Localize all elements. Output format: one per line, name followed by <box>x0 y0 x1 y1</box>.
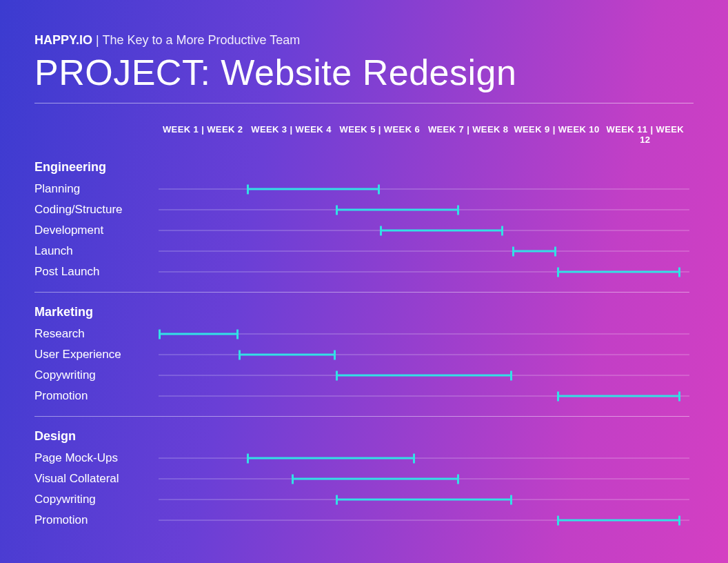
gantt-bar <box>557 271 681 273</box>
gantt-row: Planning <box>34 179 689 199</box>
gantt-baseline <box>159 189 689 190</box>
gantt-bar <box>336 375 513 377</box>
group-title: Design <box>34 429 689 444</box>
gantt-track <box>159 350 689 359</box>
header-rule <box>34 103 694 103</box>
timeline-col-1: WEEK 1 | WEEK 2 <box>159 124 247 145</box>
gantt-track <box>159 226 689 235</box>
gantt-row: Page Mock-Ups <box>34 448 689 468</box>
gantt-track <box>159 391 689 401</box>
gantt-row-label: User Experience <box>34 348 159 362</box>
timeline-header-spacer <box>34 124 159 145</box>
gantt-row-label: Page Mock-Ups <box>34 451 159 465</box>
gantt-row: Post Launch <box>34 261 689 282</box>
gantt-row: Development <box>34 220 689 241</box>
gantt-row-label: Post Launch <box>34 265 159 279</box>
gantt-row: Visual Collateral <box>34 468 689 489</box>
gantt-track <box>159 329 689 339</box>
gantt-row: Promotion <box>34 510 689 531</box>
gantt-row: Copywriting <box>34 489 689 510</box>
gantt-row-label: Copywriting <box>34 493 159 506</box>
gantt-bar <box>557 395 681 397</box>
gantt-track <box>159 371 689 380</box>
gantt-baseline <box>159 251 689 252</box>
gantt-row-label: Coding/Structure <box>34 203 159 217</box>
gantt-bar <box>380 230 504 232</box>
gantt-row: Promotion <box>34 386 689 406</box>
gantt-baseline <box>159 334 689 335</box>
timeline-col-6: WEEK 11 | WEEK 12 <box>601 124 689 145</box>
brand-name: HAPPY.IO <box>34 33 92 47</box>
gantt-bar <box>336 209 460 211</box>
gantt-track <box>159 246 689 256</box>
gantt-row-label: Planning <box>34 182 159 196</box>
group-divider <box>34 416 689 417</box>
timeline-col-3: WEEK 5 | WEEK 6 <box>336 124 424 145</box>
gantt-row: Launch <box>34 241 689 261</box>
brand-separator: | <box>96 33 102 47</box>
timeline-header: WEEK 1 | WEEK 2WEEK 3 | WEEK 4WEEK 5 | W… <box>34 124 689 145</box>
gantt-track <box>159 474 689 484</box>
gantt-row: User Experience <box>34 344 689 365</box>
gantt-bar <box>239 354 336 356</box>
gantt-bar <box>247 457 415 460</box>
group-title: Marketing <box>34 305 689 319</box>
gantt-track <box>159 453 689 463</box>
gantt-row: Copywriting <box>34 365 689 386</box>
brand-tagline: The Key to a More Productive Team <box>102 33 300 47</box>
gantt-row-label: Promotion <box>34 513 159 527</box>
gantt-row-label: Promotion <box>34 389 159 403</box>
gantt-row-label: Development <box>34 224 159 237</box>
group-divider <box>34 292 689 293</box>
gantt-bar <box>512 250 556 253</box>
group-title: Engineering <box>34 160 689 175</box>
gantt-bar <box>292 478 460 480</box>
gantt-chart: WEEK 1 | WEEK 2WEEK 3 | WEEK 4WEEK 5 | W… <box>34 124 689 531</box>
gantt-track <box>159 515 689 525</box>
gantt-row: Coding/Structure <box>34 199 689 220</box>
gantt-row-label: Copywriting <box>34 368 159 382</box>
gantt-track <box>159 184 689 194</box>
timeline-col-2: WEEK 3 | WEEK 4 <box>247 124 335 145</box>
gantt-row-label: Research <box>34 327 159 341</box>
timeline-col-4: WEEK 7 | WEEK 8 <box>424 124 512 145</box>
gantt-track <box>159 205 689 215</box>
timeline-col-5: WEEK 9 | WEEK 10 <box>512 124 600 145</box>
gantt-bar <box>557 520 681 522</box>
gantt-row: Research <box>34 324 689 344</box>
brand-line: HAPPY.IO | The Key to a More Productive … <box>34 33 694 48</box>
page-title: PROJECT: Website Redesign <box>34 52 694 93</box>
gantt-bar <box>159 333 239 335</box>
gantt-track <box>159 267 689 277</box>
gantt-row-label: Launch <box>34 244 159 258</box>
gantt-track <box>159 495 689 504</box>
gantt-bar <box>247 188 380 190</box>
gantt-baseline <box>159 458 689 459</box>
gantt-row-label: Visual Collateral <box>34 472 159 486</box>
gantt-bar <box>336 499 513 501</box>
